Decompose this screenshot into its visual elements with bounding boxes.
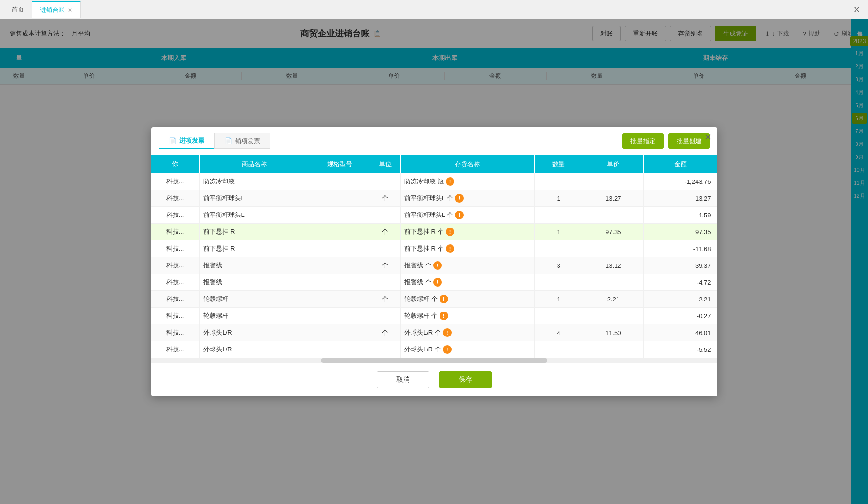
cell-spec <box>309 240 370 257</box>
cell-amount: -5.52 <box>644 341 717 358</box>
cell-unit-price <box>583 308 644 324</box>
cell-amount: -4.72 <box>644 274 717 291</box>
warn-icon: ! <box>446 228 454 236</box>
warn-icon: ! <box>433 278 442 287</box>
cell-inventory: 前下悬挂 R 个! <box>400 240 534 257</box>
cell-product: 前平衡杆球头L <box>200 190 309 207</box>
cell-quantity <box>534 341 583 358</box>
cell-unit-price: 13.12 <box>583 257 644 274</box>
cell-amount: -1,243.76 <box>644 173 717 190</box>
cancel-button[interactable]: 取消 <box>377 371 429 388</box>
cell-product: 前平衡杆球头L <box>200 207 309 224</box>
cell-quantity <box>534 274 583 291</box>
cell-unit-price: 13.27 <box>583 190 644 207</box>
cell-amount: 13.27 <box>644 190 717 207</box>
warn-icon: ! <box>443 345 452 354</box>
cell-unit <box>370 240 400 257</box>
output-invoice-icon: 📄 <box>225 137 232 144</box>
cell-company: 科技... <box>151 274 200 291</box>
col-company: 你 <box>151 155 200 173</box>
window-close-button[interactable]: ✕ <box>849 2 864 17</box>
table-row: 科技... 报警线 个 报警线 个! 3 13.12 39.37 <box>151 257 717 274</box>
cell-company: 科技... <box>151 207 200 224</box>
cell-product: 前下悬挂 R <box>200 224 309 240</box>
cell-quantity: 1 <box>534 190 583 207</box>
cell-unit <box>370 341 400 358</box>
cell-product: 外球头L/R <box>200 324 309 341</box>
tab-input-invoice[interactable]: 📄 进项发票 <box>159 133 214 149</box>
cell-unit: 个 <box>370 257 400 274</box>
cell-unit: 个 <box>370 190 400 207</box>
cell-unit <box>370 274 400 291</box>
batch-assign-button[interactable]: 批量指定 <box>622 133 664 149</box>
tab-home[interactable]: 首页 <box>4 1 32 18</box>
col-inventory: 存货名称 <box>400 155 534 173</box>
cell-company: 科技... <box>151 257 200 274</box>
tab-output-invoice[interactable]: 📄 销项发票 <box>214 133 270 149</box>
batch-create-button[interactable]: 批量创建 <box>668 133 710 149</box>
cell-company: 科技... <box>151 291 200 308</box>
warn-icon: ! <box>446 177 454 186</box>
cell-inventory: 前下悬挂 R 个! <box>400 224 534 240</box>
cell-product: 防冻冷却液 <box>200 173 309 190</box>
cell-quantity <box>534 207 583 224</box>
cell-unit-price <box>583 341 644 358</box>
cell-company: 科技... <box>151 240 200 257</box>
cell-amount: 39.37 <box>644 257 717 274</box>
table-row: 科技... 前下悬挂 R 个 前下悬挂 R 个! 1 97.35 97.35 <box>151 224 717 240</box>
cell-spec <box>309 324 370 341</box>
cell-inventory: 轮毂螺杆 个! <box>400 308 534 324</box>
modal-header: 📄 进项发票 📄 销项发票 批量指定 批量创建 ✕ <box>151 127 717 155</box>
warn-icon: ! <box>440 295 448 303</box>
cell-quantity: 4 <box>534 324 583 341</box>
tab-bar: 首页 进销台账 ✕ ✕ <box>0 0 868 19</box>
col-amount: 金额 <box>644 155 717 173</box>
cell-inventory: 报警线 个! <box>400 274 534 291</box>
warn-icon: ! <box>443 328 452 337</box>
cell-unit-price: 11.50 <box>583 324 644 341</box>
cell-amount: -11.68 <box>644 240 717 257</box>
cell-quantity <box>534 308 583 324</box>
cell-unit-price: 97.35 <box>583 224 644 240</box>
cell-product: 轮毂螺杆 <box>200 291 309 308</box>
table-row: 科技... 外球头L/R 外球头L/R 个! -5.52 <box>151 341 717 358</box>
modal-scrollbar-thumb[interactable] <box>321 358 547 363</box>
cell-unit-price <box>583 207 644 224</box>
modal-scrollbar[interactable] <box>151 358 717 363</box>
warn-icon: ! <box>440 312 448 320</box>
table-row: 科技... 前平衡杆球头L 前平衡杆球头L 个! -1.59 <box>151 207 717 224</box>
warn-icon: ! <box>455 211 464 219</box>
table-row: 科技... 防冻冷却液 防冻冷却液 瓶! -1,243.76 <box>151 173 717 190</box>
cell-unit <box>370 308 400 324</box>
cell-unit-price: 2.21 <box>583 291 644 308</box>
cell-inventory: 报警线 个! <box>400 257 534 274</box>
cell-amount: 46.01 <box>644 324 717 341</box>
cell-spec <box>309 190 370 207</box>
modal-header-actions: 批量指定 批量创建 <box>622 133 710 149</box>
cell-unit-price <box>583 240 644 257</box>
col-unit-price: 单价 <box>583 155 644 173</box>
modal-close-button[interactable]: ✕ <box>704 132 712 143</box>
warn-icon: ! <box>455 194 464 203</box>
cell-unit-price <box>583 173 644 190</box>
cell-unit <box>370 207 400 224</box>
save-button[interactable]: 保存 <box>439 371 492 388</box>
cell-spec <box>309 257 370 274</box>
cell-unit-price <box>583 274 644 291</box>
warn-icon: ! <box>433 261 442 270</box>
table-row: 科技... 轮毂螺杆 个 轮毂螺杆 个! 1 2.21 2.21 <box>151 291 717 308</box>
cell-spec <box>309 341 370 358</box>
col-product-name: 商品名称 <box>200 155 309 173</box>
cell-amount: 97.35 <box>644 224 717 240</box>
cell-spec <box>309 173 370 190</box>
col-unit: 单位 <box>370 155 400 173</box>
cell-unit: 个 <box>370 324 400 341</box>
tab-ledger[interactable]: 进销台账 ✕ <box>32 1 81 18</box>
cell-product: 外球头L/R <box>200 341 309 358</box>
cell-product: 报警线 <box>200 257 309 274</box>
cell-amount: 2.21 <box>644 291 717 308</box>
cell-amount: -0.27 <box>644 308 717 324</box>
table-row: 科技... 报警线 报警线 个! -4.72 <box>151 274 717 291</box>
tab-close-icon[interactable]: ✕ <box>68 7 72 13</box>
cell-company: 科技... <box>151 190 200 207</box>
